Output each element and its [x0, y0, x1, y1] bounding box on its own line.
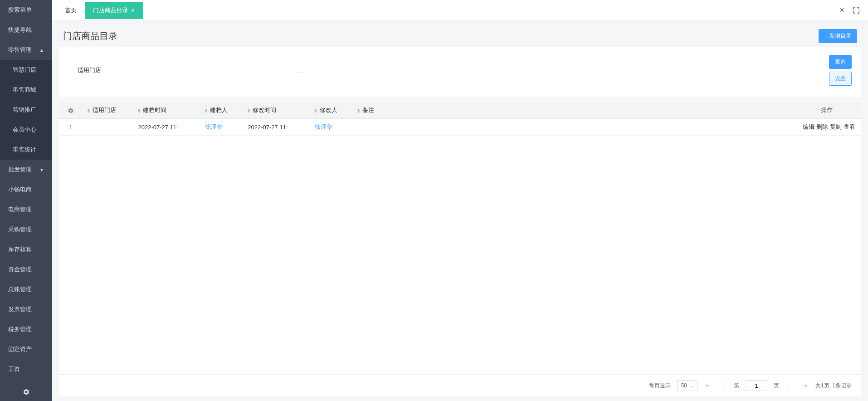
cell-updated-by[interactable]: 徐泽华	[309, 119, 352, 136]
sort-icon: ▲▼	[314, 108, 318, 113]
add-btn-label: 新增目录	[829, 32, 851, 40]
page-prefix: 第	[734, 382, 739, 390]
settings-button[interactable]: 设置	[829, 72, 852, 86]
first-page-button[interactable]: ⇤	[704, 382, 712, 389]
col-settings[interactable]	[59, 102, 82, 119]
sidebar-item-label: 搜索菜单	[8, 6, 32, 14]
cell-remark	[352, 119, 793, 136]
sidebar-item-label: 零售统计	[13, 146, 36, 154]
chevron-down-icon: ⌄	[690, 383, 693, 388]
sidebar-item-3[interactable]: 智慧门店	[0, 60, 52, 80]
edit-link[interactable]: 编辑	[803, 123, 814, 130]
sidebar-item-2[interactable]: 零售管理▲	[0, 40, 52, 60]
sidebar-item-1[interactable]: 快捷导航	[0, 20, 52, 40]
sort-icon: ▲▼	[247, 108, 251, 113]
sidebar-item-0[interactable]: 搜索菜单	[0, 0, 52, 20]
sidebar-item-8[interactable]: 批发管理▼	[0, 160, 52, 180]
sidebar-item-label: 税务管理	[8, 325, 32, 333]
page-input[interactable]	[746, 380, 767, 391]
filter-bar: 适用门店 … 查询 设置	[59, 47, 861, 97]
sidebar-item-4[interactable]: 零售商城	[0, 80, 52, 100]
sidebar-item-label: 固定资产	[8, 345, 32, 353]
sidebar-item-label: 工资	[8, 365, 20, 373]
per-page-label: 每页显示	[649, 382, 671, 390]
sort-icon: ▲▼	[356, 108, 361, 113]
store-input[interactable]	[107, 64, 302, 76]
filter-label-store: 适用门店	[78, 66, 101, 74]
sidebar-item-label: 批发管理	[8, 166, 32, 174]
sidebar-item-label: 营销推广	[13, 106, 36, 114]
sidebar-item-16[interactable]: 税务管理	[0, 319, 52, 339]
sidebar-item-11[interactable]: 采购管理	[0, 220, 52, 240]
sidebar-item-label: 资金管理	[8, 265, 32, 274]
tab-label: 门店商品目录	[93, 6, 128, 15]
per-page-select[interactable]: 50 ⌄	[677, 380, 697, 391]
content: 门店商品目录 + 新增目录 适用门店 … 查询 设置	[52, 21, 868, 401]
sidebar-item-label: 零售管理	[8, 46, 32, 54]
add-catalog-button[interactable]: + 新增目录	[819, 29, 857, 43]
close-all-icon[interactable]: ×	[839, 5, 844, 15]
plus-icon: +	[824, 33, 828, 39]
pagination: 每页显示 50 ⌄ ⇤ 〈 第 页 〉 ⇥ 共1页, 1条记录	[59, 374, 861, 396]
sidebar-item-label: 发票管理	[8, 305, 32, 313]
cell-created-at: 2022-07-27 11:	[133, 119, 200, 136]
gear-icon	[23, 388, 30, 396]
last-page-button[interactable]: ⇥	[801, 382, 809, 389]
more-icon[interactable]: …	[297, 67, 303, 74]
chevron-down-icon: ▼	[39, 167, 44, 172]
sidebar-item-label: 小畅电商	[8, 186, 32, 194]
tab-home[interactable]: 首页	[57, 2, 85, 19]
cell-updated-at: 2022-07-27 11:	[242, 119, 309, 136]
col-created-by[interactable]: ▲▼建档人	[200, 102, 242, 119]
cell-created-by[interactable]: 徐泽华	[200, 119, 242, 136]
page-title: 门店商品目录	[63, 30, 117, 42]
col-created-at[interactable]: ▲▼建档时间	[133, 102, 200, 119]
copy-link[interactable]: 复制	[830, 123, 842, 130]
close-icon[interactable]: ×	[131, 7, 135, 14]
sort-icon: ▲▼	[204, 108, 208, 113]
col-store[interactable]: ▲▼适用门店	[82, 102, 133, 119]
sidebar-item-5[interactable]: 营销推广	[0, 100, 52, 120]
sidebar-item-label: 库存核算	[8, 245, 32, 254]
tabbar: 首页 门店商品目录 × ×	[52, 0, 868, 21]
table-row: 12022-07-27 11:徐泽华2022-07-27 11:徐泽华编辑删除复…	[59, 119, 861, 136]
sidebar-item-label: 智慧门店	[13, 66, 36, 74]
cell-store	[82, 119, 133, 136]
gear-icon	[68, 107, 74, 113]
col-action: 操作	[793, 102, 861, 119]
sidebar-item-13[interactable]: 资金管理	[0, 259, 52, 279]
sidebar-item-10[interactable]: 电商管理	[0, 200, 52, 220]
query-button[interactable]: 查询	[829, 55, 852, 69]
sidebar-item-15[interactable]: 发票管理	[0, 299, 52, 319]
delete-link[interactable]: 删除	[816, 123, 828, 130]
view-link[interactable]: 查看	[844, 123, 855, 130]
main: 首页 门店商品目录 × × 门店商品目录 + 新增目录	[52, 0, 868, 401]
sidebar-item-label: 快捷导航	[8, 26, 32, 34]
sidebar-item-12[interactable]: 库存核算	[0, 240, 52, 259]
sidebar-item-14[interactable]: 总账管理	[0, 279, 52, 299]
sidebar-item-7[interactable]: 零售统计	[0, 140, 52, 160]
fullscreen-icon[interactable]	[853, 6, 860, 14]
sidebar-item-17[interactable]: 固定资产	[0, 339, 52, 359]
cell-actions: 编辑删除复制查看	[793, 119, 861, 136]
pagination-summary: 共1页, 1条记录	[815, 382, 852, 390]
sidebar-item-label: 零售商城	[13, 86, 36, 94]
sidebar-item-label: 会员中心	[13, 126, 36, 134]
sidebar: 搜索菜单快捷导航零售管理▲智慧门店零售商城营销推广会员中心零售统计批发管理▼小畅…	[0, 0, 52, 401]
sidebar-item-label: 电商管理	[8, 205, 32, 214]
col-updated-by[interactable]: ▲▼修改人	[309, 102, 352, 119]
col-updated-at[interactable]: ▲▼修改时间	[242, 102, 309, 119]
chevron-up-icon: ▲	[39, 48, 44, 53]
tab-store-catalog[interactable]: 门店商品目录 ×	[85, 2, 143, 19]
table: ▲▼适用门店 ▲▼建档时间 ▲▼建档人 ▲▼修改时间 ▲▼修改人 ▲▼备注 操作…	[59, 102, 861, 374]
sidebar-item-label: 采购管理	[8, 225, 32, 234]
sidebar-item-6[interactable]: 会员中心	[0, 120, 52, 140]
page-suffix: 页	[774, 382, 779, 390]
sidebar-settings[interactable]	[0, 382, 52, 401]
prev-page-button[interactable]: 〈	[718, 382, 727, 390]
sidebar-item-18[interactable]: 工资	[0, 359, 52, 379]
col-remark[interactable]: ▲▼备注	[352, 102, 793, 119]
sidebar-item-label: 总账管理	[8, 285, 32, 293]
sidebar-item-9[interactable]: 小畅电商	[0, 180, 52, 200]
next-page-button[interactable]: 〉	[785, 382, 795, 390]
